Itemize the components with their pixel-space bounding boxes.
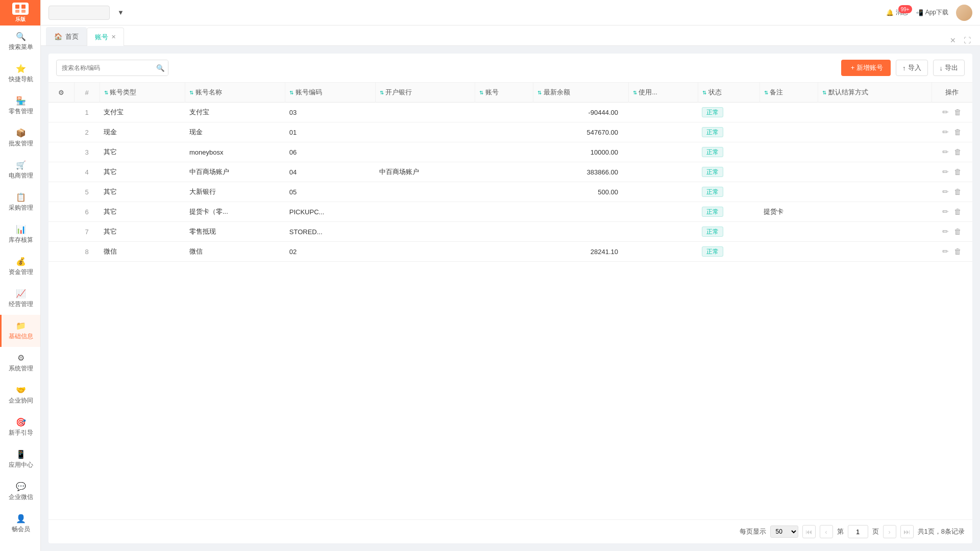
next-page-button[interactable]: › — [883, 525, 896, 538]
row-actions: ✏ 🗑 — [932, 242, 972, 262]
app-download-button[interactable]: 📲 App下载 — [916, 8, 948, 17]
sidebar-item-guide[interactable]: 🎯 新手引导 — [0, 411, 40, 443]
import-button[interactable]: ↑ 导入 — [896, 60, 928, 76]
tab-account[interactable]: 账号 ✕ — [87, 28, 124, 46]
page-panel: 🔍 + 新增账号 ↑ 导入 ↓ 导出 — [48, 54, 972, 543]
sidebar-item-retail[interactable]: 🏪 零售管理 — [0, 90, 40, 122]
window-maximize-button[interactable]: ⛶ — [962, 35, 972, 45]
edit-icon[interactable]: ✏ — [942, 108, 949, 116]
svg-rect-1 — [21, 5, 26, 9]
sidebar-item-inventory[interactable]: 📊 库存核算 — [0, 218, 40, 251]
row-code: 01 — [285, 122, 375, 142]
sidebar-item-finance[interactable]: 💰 资金管理 — [0, 251, 40, 283]
prev-page-button[interactable]: ‹ — [820, 525, 833, 538]
sidebar-item-ecommerce[interactable]: 🛒 电商管理 — [0, 154, 40, 186]
delete-icon[interactable]: 🗑 — [954, 207, 962, 216]
delete-icon[interactable]: 🗑 — [954, 108, 962, 116]
edit-icon[interactable]: ✏ — [942, 207, 949, 216]
row-actions: ✏ 🗑 — [932, 142, 972, 162]
th-status[interactable]: ⇅ 状态 — [698, 83, 760, 103]
th-default-settlement[interactable]: ⇅ 默认结算方式 — [818, 83, 932, 103]
th-note[interactable]: ⇅ 备注 — [760, 83, 818, 103]
row-name: 零售抵现 — [185, 222, 285, 242]
row-bank — [375, 122, 475, 142]
row-type: 其它 — [100, 222, 185, 242]
sidebar-item-search[interactable]: 🔍 搜索菜单 — [0, 26, 40, 58]
search-button[interactable]: 🔍 — [153, 60, 168, 76]
row-usage — [628, 242, 698, 262]
sidebar-item-operations[interactable]: 📈 经营管理 — [0, 283, 40, 315]
edit-icon[interactable]: ✏ — [942, 128, 949, 136]
first-page-button[interactable]: ⏮ — [802, 525, 816, 538]
row-status: 正常 — [698, 182, 760, 202]
sidebar-item-member[interactable]: 👤 畅会员 — [0, 508, 40, 540]
message-badge: 99+ — [898, 5, 912, 13]
delete-icon[interactable]: 🗑 — [954, 187, 962, 196]
th-code[interactable]: ⇅ 账号编码 — [285, 83, 375, 103]
edit-icon[interactable]: ✏ — [942, 147, 949, 156]
delete-icon[interactable]: 🗑 — [954, 128, 962, 136]
page-size-select[interactable]: 50 20 100 — [770, 525, 798, 538]
search-input[interactable] — [57, 61, 153, 74]
th-name[interactable]: ⇅ 账号名称 — [185, 83, 285, 103]
topbar-dropdown[interactable]: ▼ — [117, 9, 124, 16]
page-number-input[interactable] — [848, 525, 868, 538]
row-actions: ✏ 🗑 — [932, 122, 972, 142]
add-button-label: + 新增账号 — [851, 63, 883, 72]
export-button[interactable]: ↓ 导出 — [933, 60, 965, 76]
sidebar-item-quick[interactable]: ⭐ 快捷导航 — [0, 58, 40, 90]
row-balance: 28241.10 — [533, 242, 628, 262]
edit-icon[interactable]: ✏ — [942, 167, 949, 176]
sidebar-item-purchase[interactable]: 📋 采购管理 — [0, 186, 40, 218]
user-avatar[interactable] — [956, 5, 972, 21]
search-icon: 🔍 — [16, 32, 26, 41]
table-row: 5 其它 大新银行 05 500.00 正常 ✏ 🗑 — [48, 182, 972, 202]
tab-home[interactable]: 🏠 首页 — [46, 27, 87, 45]
row-balance — [533, 222, 628, 242]
row-name: 支付宝 — [185, 103, 285, 122]
row-usage — [628, 142, 698, 162]
th-bank[interactable]: ⇅ 开户银行 — [375, 83, 475, 103]
delete-icon[interactable]: 🗑 — [954, 167, 962, 176]
delete-icon[interactable]: 🗑 — [954, 227, 962, 236]
message-button[interactable]: 🔔 消息 99+ — [886, 8, 908, 17]
table-row: 3 其它 moneybosx 06 10000.00 正常 ✏ 🗑 — [48, 142, 972, 162]
sidebar-item-label: 经营管理 — [9, 300, 33, 309]
delete-icon[interactable]: 🗑 — [954, 247, 962, 256]
sidebar-item-wholesale[interactable]: 📦 批发管理 — [0, 122, 40, 154]
sidebar-item-agreement[interactable]: 🤝 企业协同 — [0, 379, 40, 411]
th-usage[interactable]: ⇅ 使用... — [628, 83, 698, 103]
row-status: 正常 — [698, 222, 760, 242]
th-type[interactable]: ⇅ 账号类型 — [100, 83, 185, 103]
row-gear — [48, 242, 74, 262]
last-page-button[interactable]: ⏭ — [900, 525, 914, 538]
edit-icon[interactable]: ✏ — [942, 247, 949, 256]
sidebar-item-system[interactable]: ⚙ 系统管理 — [0, 347, 40, 379]
delete-icon[interactable]: 🗑 — [954, 147, 962, 156]
table-row: 6 其它 提货卡（零... PICKUPC... 正常 提货卡 ✏ 🗑 — [48, 202, 972, 222]
edit-icon[interactable]: ✏ — [942, 187, 949, 196]
row-default-settlement — [818, 103, 932, 122]
table-row: 7 其它 零售抵现 STORED... 正常 ✏ 🗑 — [48, 222, 972, 242]
sidebar-item-wechat[interactable]: 💬 企业微信 — [0, 475, 40, 508]
window-close-button[interactable]: ✕ — [948, 35, 958, 45]
topbar-search-input[interactable] — [48, 6, 110, 20]
th-balance[interactable]: ⇅ 最新余额 — [533, 83, 628, 103]
row-account — [475, 182, 533, 202]
handshake-icon: 🤝 — [16, 385, 26, 395]
import-label: 导入 — [908, 63, 921, 72]
pagination: 每页显示 50 20 100 ⏮ ‹ 第 页 › ⏭ 共1页，8条记录 — [48, 519, 972, 543]
row-name: 中百商场账户 — [185, 162, 285, 182]
sidebar-item-basic[interactable]: 📁 基础信息 — [0, 315, 40, 347]
row-type: 支付宝 — [100, 103, 185, 122]
edit-icon[interactable]: ✏ — [942, 227, 949, 236]
add-account-button[interactable]: + 新增账号 — [841, 60, 891, 76]
row-bank — [375, 222, 475, 242]
th-account[interactable]: ⇅ 账号 — [475, 83, 533, 103]
tab-close-button[interactable]: ✕ — [111, 34, 116, 40]
row-name: 提货卡（零... — [185, 202, 285, 222]
row-actions: ✏ 🗑 — [932, 202, 972, 222]
row-num: 7 — [74, 222, 100, 242]
th-gear[interactable]: ⚙ — [48, 83, 74, 103]
sidebar-item-app-center[interactable]: 📱 应用中心 — [0, 443, 40, 475]
